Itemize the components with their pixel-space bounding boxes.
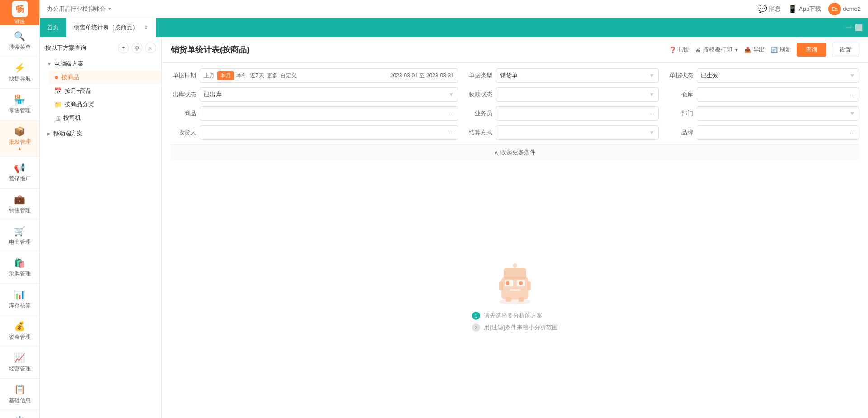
message-btn[interactable]: 💬 消息 [758,5,781,13]
print-btn[interactable]: 🖨 按模板打印 ▼ [695,46,739,54]
scheme-settings-btn[interactable]: ⚙ [132,43,142,53]
tip-label-2: 用[过滤]条件来缩小分析范围 [484,323,557,332]
settings-icon: ⚙ [135,45,140,51]
tab-close-btn[interactable]: ✕ [144,24,148,31]
payment-method-label: 结算方式 [467,128,492,137]
status-control[interactable]: 已生效 ▼ [697,68,859,83]
sidebar-item-retail[interactable]: 🏪 零售管理 [0,89,40,120]
panel-collapse-btn[interactable]: « [145,43,156,53]
tree-desktop[interactable]: ▼ 电脑端方案 [40,57,161,71]
sidebar-item-marketing[interactable]: 📢 营销推广 [0,157,40,189]
tree-desktop-children: ● 按商品 📅 按月+商品 📁 按商品分类 🖨 按司机 [40,71,161,125]
type-control[interactable]: 销货单 ▼ [496,68,658,83]
brand-dots-icon[interactable]: ··· [849,129,855,136]
sidebar-item-system[interactable]: ⚙️ 系统管理 [0,410,40,418]
window-minimize-icon[interactable]: ─ [846,24,851,32]
panel-header-label: 按以下方案查询 [45,44,86,52]
sidebar-item-quick[interactable]: ⚡ 快捷导航 [0,57,40,89]
dept-label: 部门 [668,109,693,118]
svg-rect-9 [506,297,511,302]
query-btn[interactable]: 查询 [797,43,826,57]
app-download-btn[interactable]: 📱 App下载 [788,5,821,13]
purchase-icon: 🛍️ [14,257,25,268]
receiver-label: 收货人 [171,128,196,137]
settings-btn[interactable]: 设置 [832,43,859,57]
sidebar-item-operation[interactable]: 📈 经营管理 [0,347,40,379]
window-maximize-icon[interactable]: ⬜ [855,24,863,31]
empty-tip-2: 2 用[过滤]条件来缩小分析范围 [472,323,557,332]
tree-item-by-category[interactable]: 📁 按商品分类 [49,98,161,111]
sidebar-item-base[interactable]: 📋 基础信息 [0,379,40,410]
status-label: 单据状态 [668,71,693,80]
sidebar-item-inventory[interactable]: 📊 库存核算 [0,284,40,315]
sidebar-item-label: 营销推广 [9,175,31,183]
salesman-dots-icon[interactable]: ··· [649,110,655,117]
right-panel: 销货单统计表(按商品) ❓ 帮助 🖨 按模板打印 ▼ 📤 [162,37,868,418]
goods-dots-icon[interactable]: ··· [448,110,454,117]
sidebar-item-label: 零售管理 [9,107,31,114]
date-more[interactable]: 更多 [267,72,278,80]
wholesale-icon: 📦 [14,126,25,137]
inventory-icon: 📊 [14,289,25,300]
export-icon: 📤 [744,47,751,53]
tab-home[interactable]: 首页 [40,18,66,37]
warehouse-control[interactable]: ··· [697,87,859,102]
sidebar-item-sales[interactable]: 💼 销售管理 [0,189,40,220]
payment-method-control[interactable]: ▼ [496,125,658,140]
date-this-month[interactable]: 本月 [217,71,234,80]
dept-control[interactable]: ▼ [697,106,859,121]
sidebar-item-purchase[interactable]: 🛍️ 采购管理 [0,252,40,284]
tree-item-by-product[interactable]: ● 按商品 [49,71,161,84]
date-control[interactable]: 上月 本月 本年 近7天 更多 自定义 2023-03-01 至 2023-03… [200,68,458,83]
date-last-month[interactable]: 上月 [204,72,215,80]
sidebar-item-wholesale[interactable]: 📦 批发管理 ▲ [0,120,40,157]
collapse-bar[interactable]: ∧ 收起更多条件 [171,144,859,160]
tree-mobile[interactable]: ▶ 移动端方案 [40,127,161,140]
filter-row-4: 收货人 ··· 结算方式 ▼ [171,125,859,140]
payment-control[interactable]: ▼ [496,87,658,102]
brand-control[interactable]: ··· [697,125,859,140]
sidebar-item-ecommerce[interactable]: 🛒 电商管理 [0,220,40,252]
receiver-dots-icon[interactable]: ··· [448,129,454,136]
company-dropdown[interactable]: 办公用品行业模拟账套 ▼ [47,5,112,13]
dept-arrow-icon: ▼ [849,110,855,117]
help-btn[interactable]: ❓ 帮助 [669,46,690,54]
ecommerce-icon: 🛒 [14,226,25,237]
user-area[interactable]: Ea demo2 [828,3,861,15]
filter-receiver: 收货人 ··· [171,125,458,140]
sidebar-item-finance[interactable]: 💰 资金管理 [0,315,40,347]
page-actions: ❓ 帮助 🖨 按模板打印 ▼ 📤 导出 🔄 [669,43,859,57]
tab-stat[interactable]: 销售单统计表（按商品） ✕ [66,18,156,37]
panel-actions: + ⚙ « [118,43,156,53]
filter-row-3: 商品 ··· 业务员 ··· [171,106,859,121]
warehouse-dots-icon[interactable]: ··· [849,91,855,98]
svg-point-0 [499,299,531,304]
salesman-control[interactable]: ··· [496,106,658,121]
quick-icon: ⚡ [14,62,25,73]
topbar-right: 💬 消息 📱 App下载 Ea demo2 [758,3,861,15]
receiver-control[interactable]: ··· [200,125,458,140]
content-area: 按以下方案查询 + ⚙ « ▼ 电脑端方案 [40,37,868,418]
export-label: 导出 [753,46,765,54]
tabbar: 首页 销售单统计表（按商品） ✕ ─ ⬜ [40,18,868,37]
storage-arrow-icon: ▼ [448,91,454,98]
tree-product-label: 按商品 [61,73,79,81]
help-label: 帮助 [678,46,690,54]
collapse-label: 收起更多条件 [500,148,536,157]
date-this-year[interactable]: 本年 [236,72,247,80]
storage-control[interactable]: 已出库 ▼ [200,87,458,102]
date-7days[interactable]: 近7天 [250,72,264,80]
left-panel-header: 按以下方案查询 + ⚙ « [40,37,161,57]
goods-control[interactable]: ··· [200,106,458,121]
add-scheme-btn[interactable]: + [118,43,129,53]
sidebar-item-search[interactable]: 🔍 搜索菜单 [0,25,40,57]
date-custom[interactable]: 自定义 [280,72,297,80]
chevron-down-icon: ▼ [108,6,112,11]
svg-rect-8 [527,281,531,290]
export-btn[interactable]: 📤 导出 [744,46,765,54]
tree-item-by-month-product[interactable]: 📅 按月+商品 [49,84,161,98]
status-value: 已生效 [701,71,848,80]
refresh-btn[interactable]: 🔄 刷新 [770,46,791,54]
payment-arrow-icon: ▼ [649,91,655,98]
tree-item-by-cashier[interactable]: 🖨 按司机 [49,111,161,125]
